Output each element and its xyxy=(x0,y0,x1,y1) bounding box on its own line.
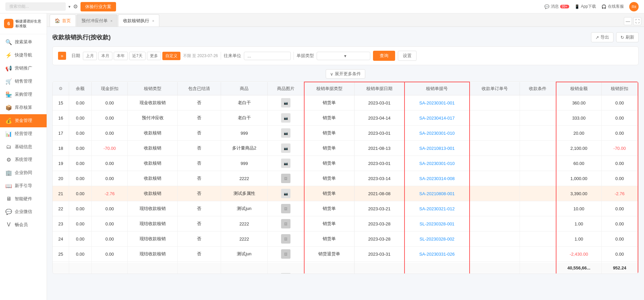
logo-text: 畅捷通谱好生意 标准版 xyxy=(15,19,41,29)
td-hs-bill-date: 2023-03-21 xyxy=(354,201,405,216)
date-more[interactable]: 更多 xyxy=(147,52,161,60)
td-cancel-amount: 20.00 xyxy=(556,126,601,141)
td-hs-bill-no[interactable]: SA-20230314-008 xyxy=(405,171,470,186)
sidebar-item-inventory[interactable]: 📦 库存核算 xyxy=(0,101,47,114)
sidebar-item-marketing[interactable]: 📢 营销推广 xyxy=(0,62,47,75)
td-cancel-amount: 1.00 xyxy=(556,231,601,247)
table-container: ⚙ 余额 现金折扣 核销类型 包含已结清 商品 商品图片 核销单据类型 核销单据… xyxy=(52,81,639,274)
td-hs-bill-no[interactable]: SA-20230301-010 xyxy=(405,126,470,141)
sidebar-item-wechat[interactable]: 💬 企业微信 xyxy=(0,205,47,218)
td-cancel-discount: 0.00 xyxy=(601,111,638,126)
sidebar-item-operation[interactable]: 📊 经营管理 xyxy=(0,127,47,140)
sidebar-item-hardware[interactable]: 🖥 智能硬件 xyxy=(0,192,47,205)
tab-minimize-button[interactable]: — xyxy=(624,17,632,25)
td-goods-image: 🖼 xyxy=(268,247,304,262)
sidebar: 6 畅捷通谱好生意 标准版 🔍 搜索菜单 ⚡ 快捷导航 📢 营销推广 🛒 销售管… xyxy=(0,13,47,300)
sidebar-item-corp[interactable]: 🏢 企业协同 xyxy=(0,166,47,179)
td-receipt-condition xyxy=(520,126,556,141)
td-hs-bill-date: 2023-03-01 xyxy=(354,126,405,141)
filter-area: » 日期 上月 本月 本年 近7天 更多 自定义 不限 至 2023-07-26… xyxy=(52,46,639,65)
th-cash-discount: 现金折扣 xyxy=(92,82,128,95)
td-hs-bill-no[interactable]: SL-20230328-001 xyxy=(405,216,470,231)
tab-bar: 🏠 首页 预付冲应付单 × 收款核销执行 × — ⛶ xyxy=(47,13,644,27)
guide-icon: 📖 xyxy=(5,183,12,189)
query-button[interactable]: 查询 xyxy=(373,51,395,61)
wechat-icon: 💬 xyxy=(5,209,12,215)
source-label: 往来单位 xyxy=(224,53,241,59)
sidebar-item-purchase[interactable]: 🏪 采购管理 xyxy=(0,88,47,101)
sidebar-item-sales[interactable]: 🛒 销售管理 xyxy=(0,75,47,88)
gear-icon[interactable]: ⚙ xyxy=(73,3,78,10)
tab-maximize-button[interactable]: ⛶ xyxy=(633,17,641,25)
td-hs-bill-no[interactable]: SA-20230301-001 xyxy=(405,95,470,111)
app-download-item[interactable]: 📱 App下载 xyxy=(575,4,596,9)
date-this-year[interactable]: 本年 xyxy=(114,52,128,60)
td-hs-bill-no[interactable]: SA-20210808-001 xyxy=(405,186,470,201)
expand-conditions-button[interactable]: ∨ 展开更多条件 xyxy=(326,69,365,79)
dropdown-arrow[interactable]: ▾ xyxy=(68,4,70,9)
td-cancel-amount: 1,000.00 xyxy=(556,171,601,186)
home-icon: 🏠 xyxy=(55,18,60,23)
td-id: 23 xyxy=(53,216,69,231)
td-hs-bill-no[interactable]: SA-20230414-017 xyxy=(405,111,470,126)
sidebar-item-member[interactable]: V 畅会员 xyxy=(0,218,47,231)
td-hs-bill-no[interactable]: SL-20230328-002 xyxy=(405,231,470,247)
message-item[interactable]: 💬 消息 99+ xyxy=(544,4,569,9)
td-cancel-amount: 360.00 xyxy=(556,95,601,111)
quicknav-icon: ⚡ xyxy=(5,52,12,58)
tab-prepaid[interactable]: 预付冲应付单 × xyxy=(76,14,117,27)
search-box[interactable]: 搜索功能... xyxy=(5,2,66,11)
table-row: 200.000.00收款核销否2222🖼销货单2023-03-14SA-2023… xyxy=(53,171,638,186)
sidebar-item-search[interactable]: 🔍 搜索菜单 xyxy=(0,36,47,49)
td-hs-bill-type: 销货单 xyxy=(304,95,355,111)
table-row: 190.000.00收款核销否999📷销货单2023-03-01SA-20230… xyxy=(53,156,638,171)
settings-button[interactable]: 设置 xyxy=(398,51,417,61)
sidebar-label-guide: 新手引导 xyxy=(15,183,32,189)
sidebar-label-finance: 资金管理 xyxy=(15,118,32,124)
solution-button[interactable]: 休验行业方案 xyxy=(80,2,116,11)
filter-toggle-button[interactable]: » xyxy=(58,52,66,60)
avatar[interactable]: Rit xyxy=(629,2,639,11)
td-hs-bill-no[interactable]: SA-20230301-010 xyxy=(405,156,470,171)
sidebar-item-quicknav[interactable]: ⚡ 快捷导航 xyxy=(0,49,47,62)
sidebar-label-operation: 经营管理 xyxy=(15,131,32,137)
tab-home-label: 首页 xyxy=(62,18,71,24)
td-hs-bill-no[interactable]: SA-20230331-026 xyxy=(405,247,470,262)
td-goods-image: 🖼 xyxy=(268,201,304,216)
top-bar-right: 💬 消息 99+ 📱 App下载 🎧 在线客服 Rit xyxy=(544,2,639,11)
tab-home[interactable]: 🏠 首页 xyxy=(50,14,76,27)
refresh-button[interactable]: ↻ 刷新 xyxy=(616,32,639,42)
date-7days[interactable]: 近7天 xyxy=(129,52,146,60)
message-label: 消息 xyxy=(551,4,559,9)
th-balance: 余额 xyxy=(69,82,92,95)
date-last-month[interactable]: 上月 xyxy=(83,52,97,60)
th-gear[interactable]: ⚙ xyxy=(53,82,69,95)
td-cancel-amount: 333.00 xyxy=(556,111,601,126)
sidebar-item-system[interactable]: ⚙ 系统管理 xyxy=(0,153,47,166)
export-button[interactable]: ↗ 导出 xyxy=(591,32,613,42)
tab-receipt-cancel[interactable]: 收款核销执行 × xyxy=(118,14,159,27)
bill-type-select[interactable]: ▾ xyxy=(317,52,370,60)
td-hs-bill-no[interactable]: SA-20230321-012 xyxy=(405,201,470,216)
footer-include-settled xyxy=(178,263,221,274)
td-cash-discount: 0.00 xyxy=(92,231,128,247)
sidebar-item-guide[interactable]: 📖 新手引导 xyxy=(0,179,47,192)
td-hs-bill-type: 销货单 xyxy=(304,231,355,247)
td-include-settled: 否 xyxy=(178,201,221,216)
sidebar-label-sales: 销售管理 xyxy=(15,78,32,84)
service-item[interactable]: 🎧 在线客服 xyxy=(601,4,624,9)
sidebar-logo: 6 畅捷通谱好生意 标准版 xyxy=(0,16,47,34)
td-receipt-condition xyxy=(520,156,556,171)
date-custom[interactable]: 自定义 xyxy=(162,52,180,60)
td-cancel-amount: 60.00 xyxy=(556,156,601,171)
tab-prepaid-close[interactable]: × xyxy=(110,19,112,23)
td-hs-bill-no[interactable]: SA-20210813-001 xyxy=(405,141,470,156)
tab-receipt-cancel-close[interactable]: × xyxy=(152,19,154,23)
td-hs-bill-date: 2023-03-31 xyxy=(354,247,405,262)
source-select[interactable]: ... xyxy=(244,52,291,60)
sidebar-item-finance[interactable]: 💰 资金管理 xyxy=(0,114,47,127)
table-row: 180.00-70.00收款核销否多计量商品2📷销货单2021-08-13SA-… xyxy=(53,141,638,156)
sidebar-item-basic[interactable]: 🗂 基础信息 xyxy=(0,140,47,153)
date-this-month[interactable]: 本月 xyxy=(98,52,112,60)
td-goods-image: 📷 xyxy=(268,111,304,126)
